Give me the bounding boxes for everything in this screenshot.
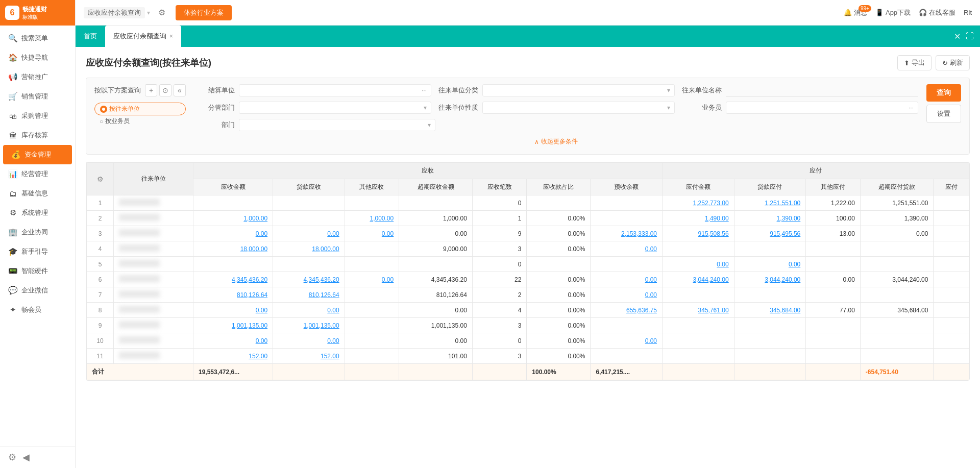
th-recv-count: 应收笔数: [472, 179, 527, 195]
search-area: 按以下方案查询 + ⊙ « 按往来单位: [86, 78, 970, 155]
tab-close-icon[interactable]: ×: [169, 33, 173, 40]
sales-icon: 🛒: [8, 92, 17, 101]
search-top: 按以下方案查询 + ⊙ «: [94, 84, 186, 96]
topbar-gear-icon[interactable]: ⚙: [158, 8, 165, 17]
table-row: 2 1,000.00 1,000.00 1,000.00 1 0.00% 1,4…: [87, 211, 969, 226]
export-button[interactable]: ⬆ 导出: [897, 55, 932, 70]
sidebar-item-hardware[interactable]: 📟 智能硬件: [0, 261, 75, 281]
refresh-button[interactable]: ↻ 刷新: [936, 55, 970, 70]
sidebar-item-operation[interactable]: 📊 经营管理: [0, 164, 75, 184]
scheme-settings-button[interactable]: ⊙: [159, 84, 172, 96]
th-payable-group: 应付: [663, 163, 969, 179]
set-button[interactable]: 设置: [926, 105, 961, 123]
dots-icon-2[interactable]: ···: [909, 104, 914, 111]
field-dept-manager: 分管部门 ▾: [194, 102, 431, 114]
search-icon: 🔍: [8, 34, 17, 43]
tabbar: 首页 应收应付余额查询 × ✕ ⛶: [76, 26, 980, 47]
field-input-settlement[interactable]: ···: [239, 84, 431, 96]
field-label-settlement: 结算单位: [194, 86, 235, 95]
sidebar-item-basic[interactable]: 🗂 基础信息: [0, 184, 75, 203]
sidebar-item-system[interactable]: ⚙ 系统管理: [0, 203, 75, 223]
sidebar-item-capital[interactable]: 💰 资金管理: [3, 145, 72, 164]
field-input-unit-name[interactable]: [726, 84, 918, 96]
scheme-collapse-button[interactable]: «: [174, 84, 186, 96]
corp-icon: 🏢: [8, 228, 17, 237]
sidebar-item-member[interactable]: ✦ 畅会员: [0, 300, 75, 319]
sidebar-item-inventory[interactable]: 🏛 库存核算: [0, 126, 75, 145]
scheme-radio-empty-icon: ○: [100, 118, 103, 125]
query-button[interactable]: 查询: [926, 84, 961, 102]
table-footer-row: 合计 19,553,472,6... 100.00% 6,417,215....: [87, 364, 969, 380]
th-loan-recv: 贷款应收: [273, 179, 345, 195]
sidebar-item-quick-nav[interactable]: 🏠 快捷导航: [0, 48, 75, 67]
field-settlement-unit: 结算单位 ···: [194, 84, 431, 96]
chevron-down-icon[interactable]: ▾: [667, 87, 670, 94]
sidebar-item-label: 企业微信: [21, 286, 48, 295]
tab-balance[interactable]: 应收应付余额查询 ×: [105, 26, 181, 47]
chevron-down-icon-4[interactable]: ▾: [428, 121, 431, 129]
th-recv-amount: 应收金额: [193, 179, 273, 195]
sidebar-item-label: 经营管理: [21, 169, 48, 179]
filter-row-2: 分管部门 ▾ 往来单位性质 ▾: [194, 102, 918, 114]
page-header: 应收应付余额查询(按往来单位) ⬆ 导出 ↻ 刷新: [86, 55, 970, 70]
dots-icon[interactable]: ···: [422, 87, 427, 94]
table-row: 3 0.00 0.00 0.00 0.00 9 0.00% 2,153,333.…: [87, 226, 969, 241]
th-other-recv: 其他应收: [345, 179, 399, 195]
collapse-more-button[interactable]: ∧ 收起更多条件: [194, 135, 918, 148]
page-title: 应收应付余额查询(按往来单位): [86, 57, 211, 69]
sidebar-item-search[interactable]: 🔍 搜索菜单: [0, 29, 75, 48]
field-input-unit-category[interactable]: ▾: [482, 84, 675, 96]
sidebar-item-guide[interactable]: 🎓 新手引导: [0, 242, 75, 261]
field-input-salesman[interactable]: ···: [726, 102, 918, 114]
chevron-down-icon-2[interactable]: ▾: [424, 104, 427, 111]
scheme-radio-icon: [100, 106, 107, 113]
sidebar-item-label: 资金管理: [24, 150, 51, 159]
field-label-unit-nature: 往来单位性质: [437, 103, 478, 112]
scheme-selector: 按以下方案查询 + ⊙ « 按往来单位: [94, 84, 186, 127]
breadcrumb: 应收应付余额查询 ▾: [84, 7, 150, 18]
notification-button[interactable]: 🔔 消息 99+: [844, 8, 867, 17]
sidebar-collapse-icon[interactable]: ◀‌‍: [22, 452, 30, 463]
inventory-icon: 🏛: [8, 131, 17, 140]
content: 应收应付余额查询(按往来单位) ⬆ 导出 ↻ 刷新: [76, 47, 980, 468]
table-row: 11 152.00 152.00 101.00 3 0.00%: [87, 349, 969, 364]
online-service-button[interactable]: 🎧 在线客服: [919, 8, 955, 17]
sidebar-item-corp[interactable]: 🏢 企业协同: [0, 223, 75, 242]
sidebar-item-label: 智能硬件: [21, 266, 48, 276]
tabbar-close-icon[interactable]: ✕: [954, 32, 961, 41]
sidebar-nav: 🔍 搜索菜单 🏠 快捷导航 📢 营销推广 🛒 销售管理 🛍 采购管理 🏛 库存核…: [0, 26, 75, 446]
tab-home[interactable]: 首页: [76, 26, 105, 47]
solution-button[interactable]: 体验行业方案: [176, 5, 232, 20]
tabbar-expand-icon[interactable]: ⛶: [966, 32, 974, 41]
headset-icon: 🎧: [919, 9, 927, 16]
logo-title: 畅捷通财: [22, 5, 47, 14]
field-input-unit-nature[interactable]: ▾: [482, 102, 675, 114]
sidebar-item-purchase[interactable]: 🛍 采购管理: [0, 106, 75, 126]
sidebar-item-marketing[interactable]: 📢 营销推广: [0, 67, 75, 87]
scheme-by-unit-button[interactable]: 按往来单位: [94, 103, 186, 115]
th-settings[interactable]: ⚙: [87, 163, 114, 195]
tabbar-right: ✕ ⛶: [954, 32, 980, 41]
app-download-label: App下载: [886, 8, 911, 17]
table-row: 8 0.00 0.00 0.00 4 0.00% 655,636.75 345,…: [87, 303, 969, 318]
sidebar-item-sales[interactable]: 🛒 销售管理: [0, 87, 75, 106]
th-pay-amount: 应付金额: [663, 179, 734, 195]
sidebar-item-wechat[interactable]: 💬 企业微信: [0, 281, 75, 300]
sidebar-item-label: 企业协同: [21, 228, 48, 237]
add-scheme-button[interactable]: +: [145, 84, 157, 96]
sidebar-item-label: 快捷导航: [21, 53, 48, 62]
th-recv-ratio: 应收款占比: [527, 179, 591, 195]
user-info[interactable]: Rit: [964, 9, 972, 16]
sidebar-settings-icon[interactable]: ⚙: [8, 452, 16, 463]
scheme-by-staff-button[interactable]: ○ 按业务员: [94, 115, 186, 127]
sidebar-footer: ⚙ ◀‌‍: [0, 446, 75, 468]
scheme-by-unit-label: 按往来单位: [109, 105, 140, 113]
chevron-down-icon-3[interactable]: ▾: [667, 104, 670, 111]
field-unit-nature: 往来单位性质 ▾: [437, 102, 675, 114]
sidebar: 6 畅捷通财 标准版 🔍 搜索菜单 🏠 快捷导航 📢 营销推广 🛒 销售管理 🛍…: [0, 0, 76, 468]
main: 应收应付余额查询 ▾ ⚙ 体验行业方案 🔔 消息 99+ 📱 App下载 🎧 在…: [76, 0, 980, 468]
app-download-button[interactable]: 📱 App下载: [875, 8, 911, 17]
field-input-dept-manager[interactable]: ▾: [239, 102, 431, 114]
filter-row-1: 结算单位 ··· 往来单位分类 ▾: [194, 84, 918, 96]
field-input-dept[interactable]: ▾: [239, 119, 435, 131]
